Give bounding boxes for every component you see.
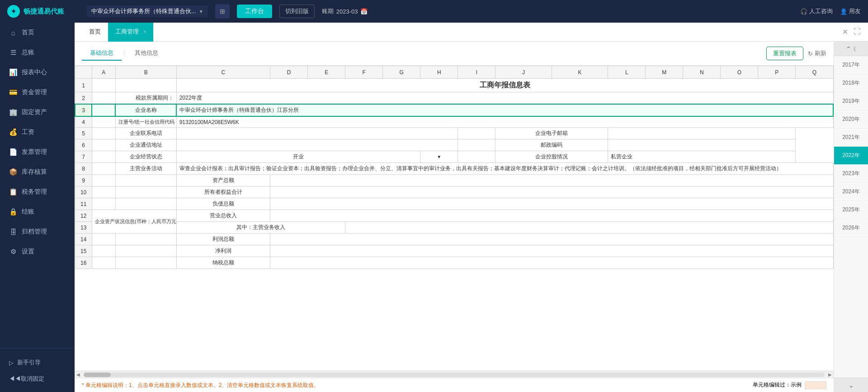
salary-icon: 💰 (9, 128, 17, 136)
row-9-b (115, 175, 176, 186)
sidebar-label-home: 首页 (22, 29, 34, 37)
bottom-bar: * 单元格编辑说明：1、点击单元格直接录入数值或文本。2、清空单元格数值或文本恢… (75, 378, 834, 392)
sidebar-item-invoice[interactable]: 📄 发票管理 (0, 142, 75, 162)
header-right: 🎧 人工咨询 👤 用友 (800, 7, 861, 15)
sidebar-item-settings[interactable]: ⚙ 设置 (0, 242, 75, 262)
year-item-2026[interactable]: 2026年 (834, 219, 868, 237)
sidebar-item-finance[interactable]: 💳 资金管理 (0, 82, 75, 102)
reset-report-button[interactable]: 重置报表 (766, 47, 803, 60)
table-row: 14 利润总额 (75, 234, 833, 245)
calendar-icon[interactable]: 📅 (360, 8, 368, 15)
row-10-label: 所有者权益合计 (176, 186, 270, 198)
row-14-label: 利润总额 (176, 234, 270, 245)
row-3-header: 3 (75, 104, 92, 116)
table-row: 6 企业通信地址 邮政编码 (75, 139, 833, 151)
sidebar-item-assets[interactable]: 🏢 固定资产 (0, 102, 75, 122)
invoice-icon: 📄 (9, 148, 17, 156)
col-h-header: H (420, 66, 458, 79)
spreadsheet-wrapper: 基础信息 | 其他信息 重置报表 ↻ 刷新 (75, 42, 834, 392)
col-header-row: A B C D E F G H I J K L (75, 66, 833, 79)
guide-icon: ▷ (9, 359, 14, 366)
company-icon-btn[interactable]: ⊞ (215, 4, 230, 19)
sidebar-item-ledger[interactable]: ☰ 总账 (0, 43, 75, 62)
maximize-icon[interactable]: ⛶ (854, 28, 861, 36)
user-area[interactable]: 👤 用友 (840, 7, 861, 15)
year-item-2018[interactable]: 2018年 (834, 74, 868, 92)
tab-home[interactable]: 首页 (82, 23, 108, 42)
row-7-holding[interactable]: 私营企业 (608, 151, 796, 163)
corner-cell (75, 66, 92, 79)
close-window-icon[interactable]: ✕ (842, 28, 848, 36)
tab-business[interactable]: 工商管理 × (108, 23, 153, 42)
year-item-2017[interactable]: 2017年 (834, 56, 868, 74)
table-row: 7 企业经营状态 开业 ▼ 企业控股情况 私营企业 (75, 151, 833, 163)
sidebar-item-close[interactable]: 🔒 结账 (0, 202, 75, 222)
row-16-header: 16 (75, 257, 92, 269)
table-row: 12 企业资产状况信息(币种：人民币万元) 营业总收入 (75, 210, 833, 222)
table-container[interactable]: A B C D E F G H I J K L (75, 66, 834, 371)
scroll-left-icon[interactable]: ◀ (75, 372, 82, 377)
sheet-tab-other[interactable]: 其他信息 (127, 46, 166, 61)
year-item-2020[interactable]: 2020年 (834, 110, 868, 129)
tax-icon: 📋 (9, 188, 17, 196)
year-item-2025[interactable]: 2025年 (834, 201, 868, 219)
sidebar-item-reports[interactable]: 📊 报表中心 (0, 62, 75, 82)
workbench-button[interactable]: 工作台 (237, 5, 272, 18)
row-5-val2[interactable] (608, 128, 796, 139)
sheet-tabs: 基础信息 | 其他信息 (82, 46, 166, 61)
scroll-thumb[interactable] (84, 373, 111, 377)
row-10-val[interactable] (270, 186, 833, 198)
row-16-a (92, 257, 115, 269)
row-15-val[interactable] (270, 245, 833, 257)
sidebar-item-archive[interactable]: 🗄 归档管理 (0, 222, 75, 242)
sidebar-item-home[interactable]: ⌂ 首页 (0, 23, 75, 43)
row-8-value[interactable]: 审查企业会计报表；出具审计报告；验证企业资本；出具验资报告；办理企业合并、分立、… (176, 163, 833, 175)
row-3-value[interactable]: 中审众环会计师事务所（特殊普通合伙）江苏分所 (176, 104, 833, 116)
row-12-sublabel: 营业总收入 (176, 210, 270, 222)
year-item-2024[interactable]: 2024年 (834, 183, 868, 201)
year-nav-up-btn[interactable]: ⌃ ⟪ (834, 42, 868, 56)
row-14-val[interactable] (270, 234, 833, 245)
service-label: 人工咨询 (809, 7, 833, 15)
row-5-val1[interactable] (176, 128, 458, 139)
refresh-button[interactable]: ↻ 刷新 (808, 49, 826, 57)
row-9-val[interactable] (270, 175, 833, 186)
col-g-header: G (383, 66, 420, 79)
company-dropdown-icon: ▼ (199, 9, 203, 14)
row-13-val[interactable] (345, 222, 833, 234)
row-4-value[interactable]: 91320100MA208E5W6K (176, 116, 833, 128)
row-5-label1: 企业联系电话 (115, 128, 176, 139)
year-item-2021[interactable]: 2021年 (834, 129, 868, 147)
company-selector[interactable]: 中审众环会计师事务所（特殊普通合伙... ▼ (87, 5, 208, 17)
tab-close-icon[interactable]: × (143, 29, 146, 34)
sheet-tab-basic-label: 基础信息 (90, 49, 113, 56)
year-item-2023[interactable]: 2023年 (834, 165, 868, 183)
customer-service-btn[interactable]: 🎧 人工咨询 (800, 7, 833, 15)
row-7-status[interactable]: 开业 (176, 151, 420, 163)
row-12-val[interactable] (270, 210, 833, 222)
new-user-guide-btn[interactable]: ▷ 新手引导 (0, 354, 75, 371)
row-16-val[interactable] (270, 257, 833, 269)
row-11-val[interactable] (270, 198, 833, 210)
row-8-header: 8 (75, 163, 92, 175)
horizontal-scrollbar[interactable]: ◀ ▶ (75, 371, 834, 378)
sidebar-item-inventory[interactable]: 📦 库存核算 (0, 162, 75, 182)
year-nav-down-btn[interactable]: ⌄ (834, 378, 868, 392)
sheet-tab-basic[interactable]: 基础信息 (82, 46, 122, 61)
scroll-right-icon[interactable]: ▶ (826, 372, 834, 377)
switch-version-button[interactable]: 切到旧版 (279, 5, 315, 18)
col-o-header: O (721, 66, 758, 79)
scroll-track[interactable] (84, 373, 825, 377)
row-6-val2[interactable] (608, 139, 796, 151)
row-7-dropdown[interactable]: ▼ (420, 151, 458, 163)
year-item-2019[interactable]: 2019年 (834, 92, 868, 110)
row-6-val1[interactable] (176, 139, 458, 151)
inventory-icon: 📦 (9, 168, 17, 176)
row-6-a (92, 139, 115, 151)
cancel-fixed-btn[interactable]: ◀◀取消固定 (0, 371, 75, 387)
year-item-2022[interactable]: 2022年 (834, 147, 868, 165)
sidebar-item-salary[interactable]: 💰 工资 (0, 122, 75, 142)
row-8-label: 主营业务活动 (115, 163, 176, 175)
row-2-value[interactable]: 2022年度 (176, 92, 833, 105)
sidebar-item-tax[interactable]: 📋 税务管理 (0, 182, 75, 202)
